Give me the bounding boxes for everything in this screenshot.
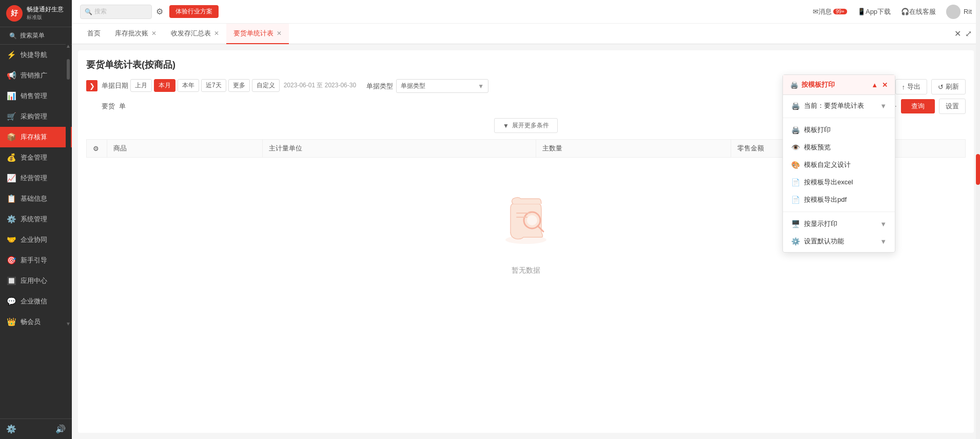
- sidebar-item-label: 快捷导航: [21, 50, 47, 60]
- tab-home-label: 首页: [87, 29, 101, 38]
- filter-expand-icon[interactable]: ❯: [86, 80, 97, 91]
- sidebar-item-inventory[interactable]: 📦 库存核算: [0, 127, 72, 147]
- tab-order-stats-close[interactable]: ✕: [277, 30, 282, 37]
- refresh-icon: ↺: [938, 83, 944, 91]
- tab-inventory-batch[interactable]: 库存批次账 ✕: [108, 24, 164, 44]
- date-btn-custom[interactable]: 自定义: [252, 79, 280, 92]
- table-header-quantity: 主数量: [536, 140, 731, 158]
- export-pdf-icon: 📄: [791, 196, 800, 204]
- tab-inventory-batch-close[interactable]: ✕: [151, 30, 156, 37]
- sidebar-item-guide[interactable]: 🎯 新手引导: [0, 250, 72, 271]
- app-download-icon: 📱: [857, 8, 866, 15]
- refresh-button[interactable]: ↺ 刷新: [931, 79, 966, 94]
- order-type-arrow: ▼: [478, 83, 484, 90]
- dropdown-display-print[interactable]: 🖥️ 按显示打印 ▼: [783, 215, 895, 233]
- sidebar-item-marketing[interactable]: 📢 营销推广: [0, 65, 72, 86]
- dropdown-close-icon[interactable]: ✕: [882, 81, 888, 89]
- topbar-search-text: 搜索: [94, 7, 107, 16]
- settings-button[interactable]: 设置: [939, 99, 966, 114]
- dropdown-current-label: 当前：要货单统计表: [804, 101, 864, 110]
- topbar-search-icon: 🔍: [85, 8, 92, 15]
- date-btn-this-year[interactable]: 本年: [178, 79, 199, 92]
- inventory-icon: 📦: [6, 132, 16, 142]
- date-btn-more[interactable]: 更多: [228, 79, 250, 92]
- operations-icon: 📈: [6, 173, 16, 183]
- user-avatar[interactable]: Rit: [946, 5, 972, 19]
- scrollbar-thumb[interactable]: [976, 154, 980, 185]
- order-goods-value: 单: [119, 102, 126, 111]
- table-header-settings[interactable]: ⚙: [87, 140, 107, 158]
- expand-conditions-button[interactable]: ▼ 展开更多条件: [494, 118, 558, 133]
- sidebar-search[interactable]: 🔍 搜索菜单: [0, 27, 72, 45]
- export-button[interactable]: ↑ 导出: [895, 79, 928, 94]
- sidebar-scroll-up[interactable]: ▲: [66, 43, 71, 49]
- app-download-button[interactable]: 📱 App下载: [857, 7, 891, 16]
- member-icon: 👑: [6, 317, 16, 327]
- tab-receivable-summary[interactable]: 收发存汇总表 ✕: [164, 24, 226, 44]
- tab-home[interactable]: 首页: [80, 24, 108, 44]
- tab-close-window[interactable]: ✕: [954, 29, 961, 39]
- wechat-icon: 💬: [6, 296, 16, 307]
- dropdown-item-template-preview[interactable]: 👁️ 模板预览: [783, 139, 895, 156]
- sidebar-item-member[interactable]: 👑 畅会员: [0, 312, 72, 332]
- topbar: 🔍 搜索 ⚙ 体验行业方案 ✉ 消息 99+ 📱 App下载 🎧 在线客服 Ri…: [72, 0, 980, 24]
- right-scrollbar[interactable]: [976, 0, 980, 439]
- date-btn-last-month[interactable]: 上月: [130, 79, 152, 92]
- tab-maximize[interactable]: ⤢: [965, 29, 972, 39]
- template-print-item-label: 模板打印: [804, 125, 831, 135]
- template-design-icon: 🎨: [791, 161, 800, 169]
- sidebar-item-system[interactable]: ⚙️ 系统管理: [0, 209, 72, 230]
- trial-button[interactable]: 体验行业方案: [169, 5, 219, 18]
- topbar-gear-icon[interactable]: ⚙: [156, 7, 163, 16]
- query-button[interactable]: 查询: [901, 99, 935, 113]
- purchase-icon: 🛒: [6, 111, 16, 122]
- dropdown-item-template-design[interactable]: 🎨 模板自定义设计: [783, 156, 895, 174]
- dropdown-section-current: 🖨️ 当前：要货单统计表 ▼: [783, 95, 895, 117]
- table-header-goods: 商品: [107, 140, 263, 158]
- template-preview-label: 模板预览: [804, 143, 831, 152]
- tab-receivable-summary-close[interactable]: ✕: [214, 30, 219, 37]
- dropdown-default-func[interactable]: ⚙️ 设置默认功能 ▼: [783, 233, 895, 250]
- sidebar-item-operations[interactable]: 📈 经营管理: [0, 168, 72, 188]
- dropdown-item-export-excel[interactable]: 📄 按模板导出excel: [783, 174, 895, 191]
- dropdown-divider-1: [783, 118, 895, 118]
- sidebar-logo: 好 畅捷通好生意 标准版: [0, 0, 72, 27]
- settings-bottom-icon[interactable]: ⚙️: [6, 424, 16, 434]
- tab-order-stats[interactable]: 要货单统计表 ✕: [226, 24, 289, 44]
- sidebar-item-purchase[interactable]: 🛒 采购管理: [0, 106, 72, 127]
- display-print-arrow: ▼: [880, 220, 887, 228]
- sidebar-item-quick-nav[interactable]: ⚡ 快捷导航: [0, 45, 72, 65]
- sidebar-item-label: 系统管理: [21, 215, 47, 224]
- dropdown-item-export-pdf[interactable]: 📄 按模板导出pdf: [783, 191, 895, 208]
- date-btn-7days[interactable]: 近7天: [201, 79, 226, 92]
- date-btn-this-month[interactable]: 本月: [154, 79, 175, 92]
- dropdown-divider-2: [783, 212, 895, 212]
- table-header-unit: 主计量单位: [262, 140, 536, 158]
- dropdown-expand-icon[interactable]: ▲: [871, 81, 878, 89]
- app-name: 畅捷通好生意: [27, 6, 64, 14]
- sidebar-item-wechat[interactable]: 💬 企业微信: [0, 291, 72, 312]
- sound-bottom-icon[interactable]: 🔊: [55, 424, 66, 434]
- template-print-item-icon: 🖨️: [791, 126, 800, 134]
- dropdown-title: 按模板打印: [801, 80, 835, 89]
- empty-svg: [495, 188, 557, 250]
- online-service-button[interactable]: 🎧 在线客服: [901, 7, 936, 16]
- sidebar-item-basic-info[interactable]: 📋 基础信息: [0, 188, 72, 209]
- sidebar-item-app-center[interactable]: 🔲 应用中心: [0, 271, 72, 291]
- dropdown-item-template-print[interactable]: 🖨️ 模板打印: [783, 121, 895, 139]
- topbar-search[interactable]: 🔍 搜索: [80, 5, 152, 19]
- sidebar-item-finance[interactable]: 💰 资金管理: [0, 147, 72, 168]
- sidebar-item-sales[interactable]: 📊 销售管理: [0, 86, 72, 106]
- dropdown-section-display: 🖥️ 按显示打印 ▼ ⚙️ 设置默认功能 ▼: [783, 213, 895, 252]
- app-center-icon: 🔲: [6, 276, 16, 286]
- sidebar-item-collab[interactable]: 🤝 企业协同: [0, 230, 72, 250]
- dropdown-section-items: 🖨️ 模板打印 👁️ 模板预览 🎨 模板自定义设计 📄 按模板导出excel 📄…: [783, 119, 895, 211]
- dropdown-current-item[interactable]: 🖨️ 当前：要货单统计表 ▼: [783, 97, 895, 114]
- message-button[interactable]: ✉ 消息 99+: [813, 7, 847, 16]
- sidebar-item-label: 库存核算: [21, 132, 47, 142]
- order-type-select[interactable]: 单据类型 ▼: [396, 79, 488, 93]
- app-logo-icon: 好: [6, 5, 23, 22]
- sidebar-nav: ⚡ 快捷导航 📢 营销推广 📊 销售管理 🛒 采购管理 📦 库存核算 💰 资金管…: [0, 45, 72, 418]
- topbar-right: ✉ 消息 99+ 📱 App下载 🎧 在线客服 Rit: [813, 5, 972, 19]
- sidebar-scroll-down[interactable]: ▼: [66, 321, 71, 327]
